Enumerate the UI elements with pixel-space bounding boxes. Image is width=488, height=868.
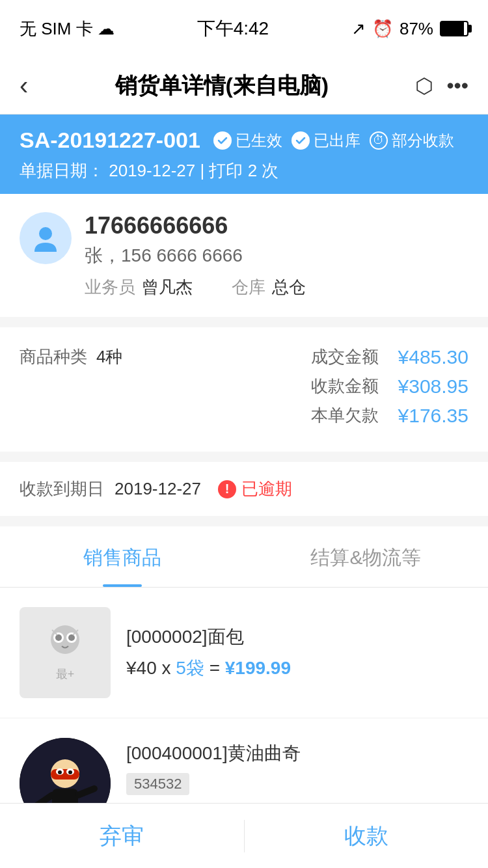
status-partial: ⏱ 部分收款 [370,130,454,151]
product-price-1: ¥40 x 5袋 = ¥199.99 [126,656,468,681]
product-qty-1: 5袋 [176,658,204,678]
debt-row: 本单欠款 ¥176.35 [311,404,468,427]
tab-settlement[interactable]: 结算&物流等 [244,526,488,587]
nav-left: ‹ [20,71,28,100]
svg-point-11 [58,770,62,774]
tab-sales-products[interactable]: 销售商品 [0,526,244,587]
received-value: ¥308.95 [398,375,468,398]
warehouse-label: 仓库 [232,276,265,299]
product-unit-price-1: ¥40 [126,658,157,678]
amount-value: ¥485.30 [398,346,468,368]
customer-info: 17666666666 张，156 6666 6666 业务员 曾凡杰 仓库 总… [85,212,468,299]
nav-bar: ‹ 销货单详情(来自电脑) ⬡ ••• [0,57,488,115]
confirm-button[interactable]: 收款 [245,804,489,868]
status-time: 下午4:42 [197,16,269,41]
stats-section: 商品种类 4种 成交金额 ¥485.30 收款金额 ¥308.95 本单欠款 ¥… [0,327,488,452]
alarm-icon: ⏰ [372,19,393,39]
status-tags: 已生效 已出库 ⏱ 部分收款 [213,130,454,151]
due-date: 2019-12-27 [115,479,201,499]
product-total-1: ¥199.99 [225,658,291,678]
more-icon[interactable]: ••• [446,74,468,98]
due-label: 收款到期日 [20,478,104,500]
battery-status: 87% [400,19,433,39]
location-icon: ↗ [351,19,366,39]
battery-icon [440,21,468,36]
svg-point-12 [68,770,72,774]
amounts-block: 成交金额 ¥485.30 收款金额 ¥308.95 本单欠款 ¥176.35 [311,346,468,427]
status-bar: 无 SIM 卡 ☁ 下午4:42 ↗ ⏰ 87% [0,0,488,57]
owl-placeholder: 最+ [39,623,91,682]
tabs-header: 销售商品 结算&物流等 [0,526,488,588]
product-type-label: 商品种类 [20,346,87,368]
status-right: ↗ ⏰ 87% [351,19,468,39]
debt-label: 本单欠款 [311,404,379,427]
product-badge-2: 534532 [126,773,189,795]
clock-icon: ⏱ [370,131,388,150]
warehouse-info: 仓库 总仓 [232,276,306,299]
status-partial-label: 部分收款 [392,130,454,151]
status-shipped-label: 已出库 [314,130,360,151]
cancel-button[interactable]: 弃审 [0,804,244,868]
svg-point-4 [55,634,62,641]
warehouse-value: 总仓 [272,276,306,299]
svg-point-5 [68,634,75,641]
price-x-1: x [162,658,176,678]
nav-right: ⬡ ••• [415,74,468,98]
product-details-1: [0000002]面包 ¥40 x 5袋 = ¥199.99 [126,625,468,681]
price-eq-1: = [210,658,225,678]
customer-name-phone: 张，156 6666 6666 [85,243,468,268]
salesperson-label: 业务员 [85,276,135,299]
share-icon[interactable]: ⬡ [415,74,433,98]
product-type-count: 4种 [96,346,122,368]
salesperson-value: 曾凡杰 [142,276,193,299]
overdue-text: 已逾期 [241,478,292,500]
date-label: 单据日期： [20,161,104,180]
product-type-row: 商品种类 4种 [20,346,122,368]
salesperson-info: 业务员 曾凡杰 [85,276,193,299]
customer-meta: 业务员 曾凡杰 仓库 总仓 [85,276,468,299]
status-shipped: 已出库 [291,130,360,151]
stats-right: 成交金额 ¥485.30 收款金额 ¥308.95 本单欠款 ¥176.35 [311,346,468,433]
status-left: 无 SIM 卡 ☁ [20,18,115,40]
sim-status: 无 SIM 卡 ☁ [20,18,115,40]
order-date-info: 单据日期： 2019-12-27 | 打印 2 次 [20,159,468,182]
amount-row: 成交金额 ¥485.30 [311,346,468,368]
amount-label: 成交金额 [311,346,379,368]
order-header: SA-20191227-001 已生效 已出库 ⏱ 部分收款 单据日期： 201… [0,115,488,194]
back-button[interactable]: ‹ [20,71,28,100]
customer-avatar [20,212,72,264]
list-item: 最+ [0000002]面包 ¥40 x 5袋 = ¥199.99 [0,588,488,718]
status-effective: 已生效 [213,130,282,151]
check-effective-icon [213,131,232,150]
customer-section: 17666666666 张，156 6666 6666 业务员 曾凡杰 仓库 总… [0,194,488,317]
product-image-1: 最+ [20,607,111,698]
debt-value: ¥176.35 [398,405,468,427]
order-date: 2019-12-27 [109,161,195,180]
svg-rect-8 [51,769,79,780]
tabs-section: 销售商品 结算&物流等 最+ [0,526,488,849]
stats-left: 商品种类 4种 [20,346,122,371]
overdue-badge: ! 已逾期 [218,478,292,500]
bottom-bar: 弃审 收款 [0,803,488,868]
overdue-icon: ! [218,480,236,498]
svg-point-0 [39,227,52,240]
due-section: 收款到期日 2019-12-27 ! 已逾期 [0,462,488,516]
order-id: SA-20191227-001 [20,128,200,153]
page-title: 销货单详情(来自电脑) [115,71,329,101]
check-shipped-icon [291,131,310,150]
status-effective-label: 已生效 [236,130,282,151]
print-info: | 打印 2 次 [200,161,278,180]
product-name-1: [0000002]面包 [126,625,468,649]
received-label: 收款金额 [311,375,379,398]
customer-account-id: 17666666666 [85,212,468,239]
product-name-2: [000400001]黄油曲奇 [126,741,468,766]
received-row: 收款金额 ¥308.95 [311,375,468,398]
